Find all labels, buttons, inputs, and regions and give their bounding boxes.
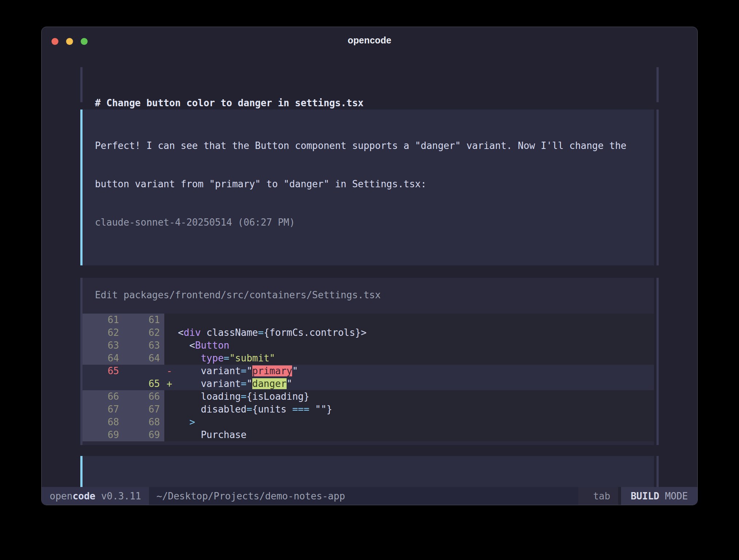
diff-code-line: type="submit": [164, 352, 654, 365]
session-header: # Change button color to danger in setti…: [80, 67, 659, 102]
mode-suffix: MODE: [659, 491, 688, 502]
app-version: v0.3.11: [95, 491, 141, 502]
app-version-segment: opencode v0.3.11: [42, 487, 149, 505]
session-title: # Change button color to danger in setti…: [95, 96, 643, 110]
diff-code-line: <Button: [164, 339, 654, 352]
traffic-lights: [51, 38, 88, 45]
diff-row: 6464 type="submit": [83, 352, 654, 365]
mode-name: BUILD: [631, 491, 659, 502]
diff-row: 65+ variant="danger": [83, 377, 654, 390]
diff-line-numbers: 6767: [83, 403, 164, 416]
working-directory: ~/Desktop/Projects/demo-notes-app: [156, 491, 345, 502]
diff-code-line: + variant="danger": [164, 377, 654, 390]
diff-row: 6767 disabled={units === ""}: [83, 403, 654, 416]
assistant-message: Perfect! I can see that the Button compo…: [80, 110, 659, 265]
minimize-button[interactable]: [66, 38, 73, 45]
main-content: # Change button color to danger in setti…: [80, 67, 659, 505]
segment-separator: [618, 487, 621, 505]
message-line: Perfect! I can see that the Button compo…: [95, 139, 643, 152]
diff-line-numbers: 6161: [83, 314, 164, 326]
app-name-regular: open: [50, 491, 73, 502]
diff-line-numbers: 6969: [83, 429, 164, 441]
diff-code-line: loading={isLoading}: [164, 390, 654, 403]
diff-row: 6262 <div className={formCs.controls}>: [83, 326, 654, 339]
tab-key-hint: tab: [578, 487, 618, 505]
screen: { "window": { "title": "opencode" }, "tr…: [0, 0, 739, 560]
diff-code-line: Purchase: [164, 429, 654, 441]
mode-indicator: BUILD MODE: [621, 487, 697, 505]
diff-code-line: - variant="primary": [164, 365, 654, 377]
right-border-bar: [656, 278, 659, 445]
diff-line-numbers: 65: [83, 377, 164, 390]
diff-row: 6363 <Button: [83, 339, 654, 352]
diff-row: 6666 loading={isLoading}: [83, 390, 654, 403]
window-title: opencode: [42, 27, 697, 46]
diff-code-line: [164, 314, 654, 326]
edit-tool-title: Edit packages/frontend/src/containers/Se…: [83, 278, 654, 302]
diff-row: 6161: [83, 314, 654, 326]
message-line: button variant from "primary" to "danger…: [95, 178, 643, 191]
right-border-bar: [656, 67, 659, 102]
diff-line-numbers: 6464: [83, 352, 164, 365]
diff-table: 6161 6262 <div className={formCs.control…: [83, 314, 654, 441]
diff-line-numbers: 6666: [83, 390, 164, 403]
app-name-bold: code: [73, 491, 96, 502]
diff-row: 65- variant="primary": [83, 365, 654, 377]
diff-line-numbers: 6262: [83, 326, 164, 339]
edit-tool-block: Edit packages/frontend/src/containers/Se…: [80, 278, 659, 445]
diff-row: 6868 >: [83, 416, 654, 429]
right-border-bar: [656, 110, 659, 265]
diff-line-numbers: 6868: [83, 416, 164, 429]
opencode-window: opencode # Change button color to danger…: [41, 27, 698, 505]
diff-line-numbers: 6363: [83, 339, 164, 352]
diff-code-line: disabled={units === ""}: [164, 403, 654, 416]
diff-line-numbers: 65: [83, 365, 164, 377]
diff-code-line: >: [164, 416, 654, 429]
status-bar: opencode v0.3.11 ~/Desktop/Projects/demo…: [42, 487, 697, 505]
diff-code-line: <div className={formCs.controls}>: [164, 326, 654, 339]
zoom-button[interactable]: [81, 38, 88, 45]
titlebar: opencode: [42, 27, 697, 67]
diff-row: 6969 Purchase: [83, 429, 654, 441]
close-button[interactable]: [51, 38, 58, 45]
message-meta: claude-sonnet-4-20250514 (06:27 PM): [95, 216, 643, 229]
